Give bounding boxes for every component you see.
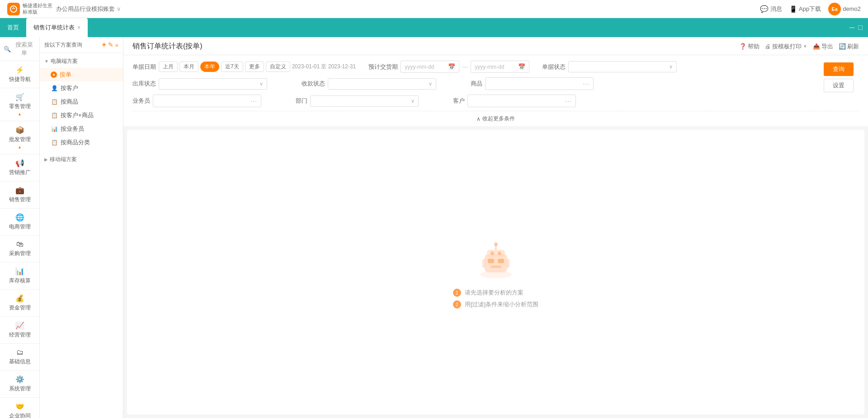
- salesperson-item: 业务员 ···: [132, 95, 261, 107]
- avatar: Ea: [828, 3, 841, 15]
- scheme-custprod-icon: 📋: [51, 112, 58, 119]
- filter-body: 单据日期 上月 本月 本年 近7天 更多 自定义 2023-01-01 至 20…: [132, 61, 818, 107]
- customer-input[interactable]: ···: [467, 95, 576, 107]
- tab-close-icon[interactable]: ×: [77, 24, 80, 31]
- filter-button-col: 查询 设置: [818, 61, 859, 94]
- user-menu[interactable]: Ea demo2: [828, 3, 861, 15]
- svg-rect-3: [488, 259, 494, 263]
- scheme-category-icon: 📋: [51, 139, 58, 146]
- empty-tips: 1 请先选择要分析的方案 2 用[过滤]条件来缩小分析范围: [453, 289, 538, 309]
- department-select[interactable]: ∨: [310, 95, 419, 107]
- page-actions: ❓ 帮助 🖨 按模板打印 ▼ 📤 导出 🔄 刷新: [739, 43, 859, 51]
- department-arrow: ∨: [411, 98, 415, 104]
- date-btn-this-month[interactable]: 本月: [179, 62, 198, 72]
- salesperson-input[interactable]: ···: [153, 95, 261, 107]
- collapse-more-bar[interactable]: ∧ 收起更多条件: [132, 111, 859, 126]
- date-btn-custom[interactable]: 自定义: [266, 62, 290, 72]
- sidebar-item-ecommerce[interactable]: 🌐 电商管理: [0, 209, 39, 236]
- sidebar-item-marketing[interactable]: 📢 营销推广: [0, 154, 39, 181]
- date-btn-7days[interactable]: 近7天: [221, 62, 243, 72]
- filter-row-1: 单据日期 上月 本月 本年 近7天 更多 自定义 2023-01-01 至 20…: [132, 61, 818, 73]
- delivery-date-end[interactable]: yyyy-mm-dd 📅: [471, 61, 529, 73]
- product-item: 商品 ···: [471, 77, 594, 90]
- tab-maximize-icon[interactable]: □: [858, 24, 863, 32]
- top-bar-left: 畅捷通好生意 标准版 办公用品行业模拟账套 ∨: [7, 3, 121, 15]
- scheme-panel: 按以下方案查询 + ✎ « ▼ 电脑端方案 ● 按单 👤: [40, 37, 123, 418]
- sidebar-item-operation[interactable]: 📈 经营管理: [0, 317, 39, 344]
- sidebar-item-system[interactable]: ⚙️ 系统管理: [0, 370, 39, 398]
- product-label: 商品: [471, 80, 482, 88]
- payment-status-select[interactable]: ∨: [328, 78, 436, 90]
- date-divider: —: [461, 63, 469, 70]
- svg-rect-7: [506, 259, 509, 268]
- sidebar-item-finance[interactable]: 💰 资金管理: [0, 290, 39, 317]
- delivery-date-start[interactable]: yyyy-mm-dd 📅: [401, 61, 459, 73]
- order-status-select[interactable]: ∨: [568, 61, 677, 72]
- sidebar-item-sales[interactable]: 💼 销售管理: [0, 181, 39, 209]
- scheme-add-button[interactable]: +: [102, 41, 106, 49]
- scheme-edit-button[interactable]: ✎: [108, 41, 113, 48]
- delivery-label: 预计交货期: [368, 63, 398, 71]
- salesperson-dots[interactable]: ···: [250, 97, 257, 104]
- breadcrumb: 办公用品行业模拟账套 ∨: [56, 5, 121, 13]
- payment-status-label: 收款状态: [302, 80, 325, 88]
- sidebar-item-inventory[interactable]: 📊 库存核算: [0, 262, 39, 290]
- empty-illustration: [469, 236, 523, 281]
- logo-area: 畅捷通好生意 标准版: [7, 3, 52, 15]
- scheme-item-by-customer-product[interactable]: 📋 按客户+商品: [40, 109, 123, 122]
- date-btn-this-year[interactable]: 本年: [200, 62, 219, 72]
- scheme-item-by-customer[interactable]: 👤 按客户: [40, 81, 123, 95]
- scheme-item-by-category[interactable]: 📋 按商品分类: [40, 136, 123, 149]
- empty-tip-2: 2 用[过滤]条件来缩小分析范围: [453, 300, 538, 309]
- sidebar-item-purchase[interactable]: 🛍 采购管理: [0, 236, 39, 262]
- customer-dots[interactable]: ···: [565, 97, 572, 104]
- scheme-group-mobile-arrow: ▶: [44, 157, 48, 162]
- scheme-item-by-order[interactable]: ● 按单: [40, 68, 123, 81]
- scheme-group-pc: ▼ 电脑端方案 ● 按单 👤 按客户 📋 按商品 📋 按客户+: [40, 53, 123, 151]
- main-layout: 🔍 搜索菜单 ⚡ 零售管理 快捷导航 🛒 零售管理 ▲ 📦 批发管理 ▲ 📢 营…: [0, 37, 868, 418]
- help-button[interactable]: ❓ 帮助: [739, 43, 760, 51]
- settings-button[interactable]: 设置: [824, 79, 854, 92]
- date-filter-item: 单据日期 上月 本月 本年 近7天 更多 自定义 2023-01-01 至 20…: [132, 62, 356, 72]
- breadcrumb-arrow[interactable]: ∨: [117, 5, 121, 12]
- svg-point-9: [491, 252, 494, 255]
- scheme-group-mobile-title[interactable]: ▶ 移动端方案: [40, 153, 123, 166]
- product-dots[interactable]: ···: [583, 80, 590, 87]
- tab-bar-right: ─ □: [849, 24, 868, 32]
- sidebar-item-enterprise[interactable]: 🤝 企业协同: [0, 398, 39, 418]
- delivery-status-select[interactable]: ∨: [159, 78, 267, 90]
- refresh-button[interactable]: 🔄 刷新: [839, 43, 859, 51]
- scheme-item-by-salesperson[interactable]: 📊 按业务员: [40, 122, 123, 136]
- calendar-icon-start: 📅: [448, 63, 455, 70]
- scheme-header-actions: + ✎ «: [102, 41, 118, 49]
- product-input[interactable]: ···: [485, 77, 594, 90]
- sidebar-item-retail[interactable]: 🛒 零售管理 ▲: [0, 88, 39, 121]
- print-button[interactable]: 🖨 按模板打印 ▼: [765, 43, 807, 51]
- delivery-date-ctrl: yyyy-mm-dd 📅 — yyyy-mm-dd 📅: [401, 61, 529, 73]
- scheme-salesperson-icon: 📊: [51, 126, 58, 132]
- page-header: 销售订单统计表(按单) ❓ 帮助 🖨 按模板打印 ▼ 📤 导出: [123, 37, 868, 55]
- message-button[interactable]: 💬 消息: [760, 5, 782, 13]
- tab-minimize-icon[interactable]: ─: [849, 24, 854, 32]
- filter-section: 单据日期 上月 本月 本年 近7天 更多 自定义 2023-01-01 至 20…: [123, 55, 868, 126]
- query-button[interactable]: 查询: [824, 62, 854, 76]
- filter-content: 单据日期 上月 本月 本年 近7天 更多 自定义 2023-01-01 至 20…: [132, 61, 859, 107]
- sidebar-item-wholesale[interactable]: 📦 批发管理 ▲: [0, 121, 39, 154]
- app-download-button[interactable]: 📱 App下载: [789, 5, 821, 13]
- sidebar-search[interactable]: 🔍 搜索菜单: [0, 37, 39, 61]
- delivery-status-label: 出库状态: [132, 80, 156, 88]
- date-btn-last-month[interactable]: 上月: [159, 62, 178, 72]
- empty-state: 1 请先选择要分析的方案 2 用[过滤]条件来缩小分析范围: [127, 130, 864, 414]
- scheme-collapse-button[interactable]: «: [115, 42, 118, 48]
- scheme-group-pc-arrow: ▼: [44, 59, 49, 64]
- sidebar-quick-nav[interactable]: ⚡ 零售管理 快捷导航: [0, 61, 39, 88]
- tab-bar: 首页 销售订单统计表 × ─ □: [0, 18, 868, 37]
- export-button[interactable]: 📤 导出: [813, 43, 833, 51]
- date-btn-more[interactable]: 更多: [245, 62, 264, 72]
- tab-home[interactable]: 首页: [0, 18, 26, 37]
- scheme-group-pc-title[interactable]: ▼ 电脑端方案: [40, 55, 123, 68]
- scheme-item-by-product[interactable]: 📋 按商品: [40, 95, 123, 109]
- payment-status-arrow: ∨: [429, 81, 432, 87]
- tab-sales-stats[interactable]: 销售订单统计表 ×: [26, 18, 88, 37]
- sidebar-item-base[interactable]: 🗂 基础信息: [0, 344, 39, 370]
